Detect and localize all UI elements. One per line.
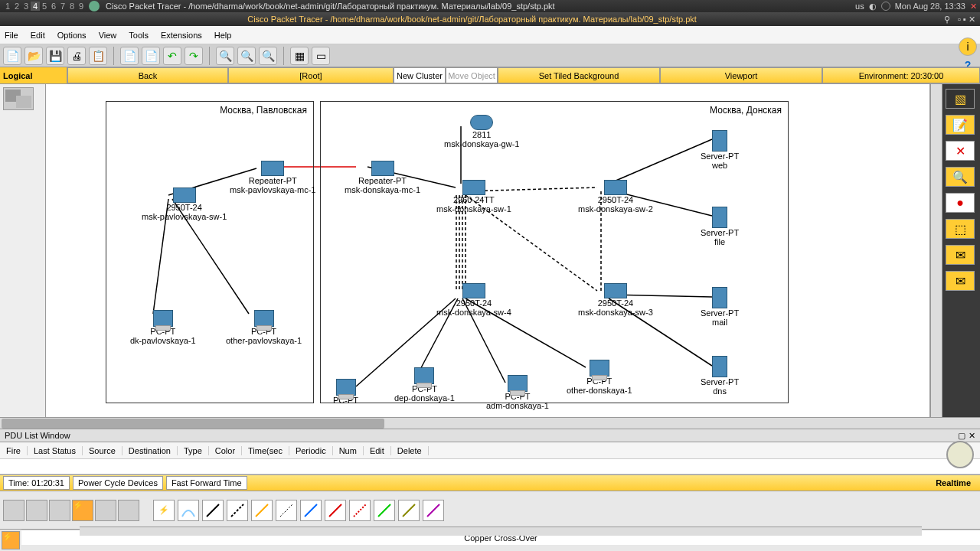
select-tool[interactable]: ▧: [946, 89, 975, 109]
device-pc_otherp[interactable]: PC-PTother-pavlovskaya-1: [226, 310, 302, 345]
tray-icon-2[interactable]: [881, 2, 890, 11]
new-cluster-button[interactable]: New Cluster: [394, 67, 446, 83]
device-srv_mail[interactable]: Server-PTmail: [701, 287, 739, 327]
device-sw4[interactable]: 2950T-24msk-donskaya-sw-4: [436, 283, 511, 317]
realtime-clock-icon[interactable]: [946, 441, 974, 468]
crossover-cable[interactable]: [227, 500, 248, 521]
simple-pdu-tool[interactable]: ✉: [946, 245, 975, 265]
octal-cable[interactable]: [374, 500, 395, 521]
device-swp[interactable]: 2950T-24msk-pavlovskaya-sw-1: [142, 187, 227, 221]
usb-cable[interactable]: [398, 500, 420, 521]
note-tool[interactable]: 📝: [946, 115, 975, 135]
pdu-dock-icon[interactable]: ▢: [958, 431, 965, 441]
device-sw1[interactable]: 2960-24TTmsk-donskaya-sw-1: [436, 180, 511, 214]
device-pc_pt[interactable]: PC-PT: [333, 379, 358, 405]
pdu-col[interactable]: Color: [209, 446, 242, 455]
fiber-cable[interactable]: [251, 500, 273, 521]
zoom-out-button[interactable]: 🔍: [259, 47, 277, 65]
wan-category[interactable]: [118, 500, 139, 521]
draw-tool[interactable]: ⬚: [946, 219, 975, 239]
pdu-col[interactable]: Source: [83, 446, 122, 455]
device-srv_web[interactable]: Server-PTweb: [701, 130, 739, 170]
coax-cable[interactable]: [300, 500, 322, 521]
dialog-button[interactable]: ▭: [312, 47, 330, 65]
pdu-close-icon[interactable]: ✕: [969, 431, 975, 441]
device-sw3[interactable]: 2950T-24msk-donskaya-sw-3: [578, 283, 653, 317]
set-tiled-bg-button[interactable]: Set Tiled Background: [498, 67, 660, 83]
complex-pdu-tool[interactable]: ✉: [946, 271, 975, 291]
viewport-button[interactable]: Viewport: [660, 67, 822, 83]
pdu-col[interactable]: Periodic: [289, 446, 333, 455]
menu-view[interactable]: View: [99, 31, 117, 40]
canvas-scrollbar-vertical[interactable]: [930, 84, 942, 417]
topology-canvas[interactable]: Москва, ПавловскаяМосква, Донская2811msk…: [46, 84, 930, 417]
canvas-scrollbar-horizontal[interactable]: [0, 417, 980, 429]
pin-icon[interactable]: ⚲: [944, 15, 950, 24]
clock[interactable]: Mon Aug 28, 13:33: [895, 2, 965, 11]
fast-forward-button[interactable]: Fast Forward Time: [166, 476, 247, 490]
tray-icon[interactable]: ◐: [869, 2, 877, 11]
copy-button[interactable]: 📄: [120, 47, 139, 65]
palette-button[interactable]: ▦: [290, 47, 309, 65]
enddevice-category[interactable]: [95, 500, 116, 521]
menu-file[interactable]: File: [5, 31, 18, 40]
connections-category[interactable]: ⚡: [72, 500, 93, 521]
logical-view-tab[interactable]: Logical: [0, 67, 67, 83]
workspace-6[interactable]: 6: [49, 2, 58, 11]
close-window-icon[interactable]: ✕: [969, 15, 975, 24]
device-pc_dkp[interactable]: PC-PTdk-pavlovskaya-1: [130, 310, 196, 345]
router-category[interactable]: [3, 500, 24, 521]
menu-help[interactable]: Help: [214, 31, 232, 40]
workspace-9[interactable]: 9: [77, 2, 86, 11]
inspect-tool[interactable]: 🔍: [946, 167, 975, 187]
delete-tool[interactable]: ✕: [946, 141, 975, 161]
workspace-8[interactable]: 8: [67, 2, 77, 11]
custom-cable[interactable]: [423, 500, 444, 521]
save-button[interactable]: 💾: [46, 47, 64, 65]
workspace-3[interactable]: 3: [21, 2, 31, 11]
workspace-4[interactable]: 4: [31, 2, 40, 11]
pdu-col[interactable]: Edit: [364, 446, 391, 455]
new-file-button[interactable]: 📄: [3, 47, 21, 65]
environment-label[interactable]: Environment: 20:30:00: [822, 67, 980, 83]
workspace-7[interactable]: 7: [58, 2, 67, 11]
zoom-in-button[interactable]: 🔍: [216, 47, 234, 65]
device-pc_adm[interactable]: PC-PTadm-donskaya-1: [486, 375, 549, 410]
serial-dce-cable[interactable]: [325, 500, 346, 521]
menu-options[interactable]: Options: [57, 31, 87, 40]
pdu-col[interactable]: Delete: [391, 446, 429, 455]
realtime-tab[interactable]: Realtime: [929, 478, 977, 487]
paste-button[interactable]: 📄: [142, 47, 160, 65]
workspace-1[interactable]: 1: [3, 2, 12, 11]
menu-edit[interactable]: Edit: [31, 31, 45, 40]
device-rep1[interactable]: Repeater-PTmsk-pavlovskaya-mc-1: [230, 161, 315, 194]
pdu-col[interactable]: Num: [333, 446, 364, 455]
print-button[interactable]: 🖨: [67, 47, 86, 65]
tool-selector[interactable]: [3, 87, 34, 110]
hub-category[interactable]: [49, 500, 70, 521]
straight-cable[interactable]: [202, 500, 224, 521]
pdu-col[interactable]: Last Status: [28, 446, 83, 455]
auto-cable[interactable]: ⚡: [153, 500, 175, 521]
device-pc_other[interactable]: PC-PTother-donskaya-1: [567, 360, 632, 395]
workspace-5[interactable]: 5: [40, 2, 49, 11]
device-sw2[interactable]: 2950T-24msk-donskaya-sw-2: [578, 180, 653, 214]
phone-cable[interactable]: [276, 500, 297, 521]
device-rep2[interactable]: Repeater-PTmsk-donskaya-mc-1: [345, 161, 420, 194]
undo-button[interactable]: ↶: [163, 47, 181, 65]
redo-button[interactable]: ↷: [185, 47, 203, 65]
open-file-button[interactable]: 📂: [24, 47, 43, 65]
root-button[interactable]: [Root]: [228, 67, 394, 83]
device-srv_dns[interactable]: Server-PTdns: [701, 356, 739, 396]
zoom-reset-button[interactable]: 🔍: [237, 47, 256, 65]
power-cycle-button[interactable]: Power Cycle Devices: [73, 476, 163, 490]
serial-dte-cable[interactable]: [349, 500, 371, 521]
scenario-tool[interactable]: ⚡: [2, 531, 20, 549]
resize-tool[interactable]: ●: [946, 193, 975, 213]
device-srv_file[interactable]: Server-PTfile: [701, 207, 739, 246]
pdu-col[interactable]: Type: [178, 446, 209, 455]
close-icon[interactable]: ✕: [970, 2, 977, 11]
pdu-col[interactable]: Destination: [122, 446, 178, 455]
max-icon[interactable]: ▪: [963, 15, 966, 24]
back-button[interactable]: Back: [67, 67, 228, 83]
